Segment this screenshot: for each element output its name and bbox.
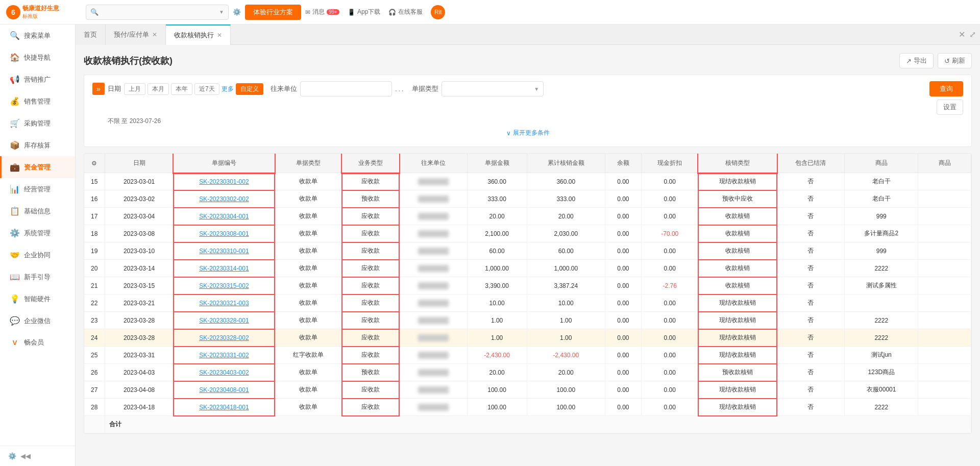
cell-goods2 bbox=[918, 242, 971, 260]
query-btn[interactable]: 查询 bbox=[929, 81, 963, 96]
export-btn[interactable]: ↗ 导出 bbox=[899, 53, 934, 68]
doc-no-link[interactable]: SK-20230315-002 bbox=[199, 282, 249, 289]
cell-doc-type: 收款单 bbox=[275, 399, 342, 416]
sidebar-item-hardware[interactable]: 💡 智能硬件 bbox=[0, 288, 75, 310]
doc-no-link[interactable]: SK-20230301-002 bbox=[199, 178, 249, 185]
doc-no-link[interactable]: SK-20230331-002 bbox=[199, 352, 249, 359]
cell-amount: -2,430.00 bbox=[467, 347, 527, 364]
doc-no-link[interactable]: SK-20230328-002 bbox=[199, 334, 249, 341]
sidebar-item-search[interactable]: 🔍 搜索菜单 bbox=[0, 24, 75, 46]
voucher-type-select[interactable]: ▼ bbox=[442, 81, 544, 96]
sidebar-item-marketing[interactable]: 📢 营销推广 bbox=[0, 68, 75, 90]
tab-payable-close[interactable]: ✕ bbox=[152, 31, 157, 38]
cell-biz-type: 应收款 bbox=[342, 347, 399, 364]
cell-counterparty bbox=[399, 364, 467, 381]
cell-biz-type: 应收款 bbox=[342, 208, 399, 225]
cell-amount: 3,390.00 bbox=[467, 277, 527, 295]
sidebar-item-finance[interactable]: 💼 资金管理 bbox=[0, 156, 75, 178]
tab-receivable[interactable]: 收款核销执行 ✕ bbox=[166, 24, 231, 45]
sidebar-item-system[interactable]: ⚙️ 系统管理 bbox=[0, 222, 75, 244]
cell-goods: 老白干 bbox=[845, 173, 918, 190]
industry-btn[interactable]: 体验行业方案 bbox=[245, 5, 301, 20]
doc-no-link[interactable]: SK-20230302-002 bbox=[199, 195, 249, 203]
sidebar-item-inventory[interactable]: 📦 库存核算 bbox=[0, 134, 75, 156]
maximize-icon[interactable]: ⤢ bbox=[969, 30, 976, 39]
refresh-btn[interactable]: ↺ 刷新 bbox=[938, 53, 972, 68]
cell-amount: 20.00 bbox=[467, 364, 527, 381]
table-row: 20 2023-03-14 SK-20230314-001 收款单 应收款 1,… bbox=[84, 260, 971, 277]
tab-payable[interactable]: 预付/应付单 ✕ bbox=[106, 24, 166, 45]
sidebar-item-enterprise[interactable]: 🤝 企业协同 bbox=[0, 244, 75, 266]
tab-receivable-close[interactable]: ✕ bbox=[217, 32, 222, 39]
cell-balance: 0.00 bbox=[605, 364, 641, 381]
doc-no-link[interactable]: SK-20230408-001 bbox=[199, 386, 249, 394]
page-title: 收款核销执行(按收款) bbox=[84, 55, 173, 67]
doc-no-link[interactable]: SK-20230321-003 bbox=[199, 300, 249, 307]
settings-icon[interactable]: ⚙ bbox=[91, 160, 97, 167]
date-btn-7days[interactable]: 近7天 bbox=[194, 83, 219, 95]
cell-offset-type: 收款核销 bbox=[698, 208, 776, 225]
cell-doc-no: SK-20230315-002 bbox=[174, 277, 274, 295]
sidebar-collapse-icon[interactable]: ◀◀ bbox=[20, 452, 31, 460]
cell-balance: 0.00 bbox=[605, 225, 641, 242]
filter-left: » 日期 上月 本月 本年 近7天 更多 自定义 往来单位 bbox=[92, 81, 921, 96]
online-service-btn[interactable]: 🎧 在线客服 bbox=[388, 8, 423, 16]
purchase-icon: 🛒 bbox=[10, 118, 20, 128]
expand-more-btn[interactable]: ∨ 展开更多条件 bbox=[92, 126, 963, 140]
date-btn-this-year[interactable]: 本年 bbox=[171, 83, 192, 95]
date-btn-custom[interactable]: 自定义 bbox=[236, 83, 263, 95]
sidebar-item-purchase[interactable]: 🛒 采购管理 bbox=[0, 112, 75, 134]
cell-date: 2023-03-21 bbox=[105, 295, 174, 312]
marketing-icon: 📢 bbox=[10, 75, 20, 84]
col-amount: 单据金额 bbox=[467, 154, 527, 173]
doc-no-link[interactable]: SK-20230304-001 bbox=[199, 213, 249, 220]
sidebar-item-quick[interactable]: 🏠 快捷导航 bbox=[0, 46, 75, 68]
doc-no-link[interactable]: SK-20230403-002 bbox=[199, 369, 249, 376]
cell-balance: 0.00 bbox=[605, 208, 641, 225]
sales-icon: 💰 bbox=[10, 96, 20, 106]
sidebar-item-member[interactable]: V 畅会员 bbox=[0, 332, 75, 353]
date-btn-this-month[interactable]: 本月 bbox=[148, 83, 169, 95]
sidebar-item-basic[interactable]: 📋 基础信息 bbox=[0, 200, 75, 222]
date-btn-last-month[interactable]: 上月 bbox=[124, 83, 145, 95]
filter-settings-btn[interactable]: 设置 bbox=[937, 100, 963, 115]
cell-doc-type: 收款单 bbox=[275, 312, 342, 329]
filter-expand-toggle[interactable]: » bbox=[92, 83, 105, 95]
close-all-tabs-icon[interactable]: ✕ bbox=[959, 30, 965, 39]
cell-counterparty bbox=[399, 312, 467, 329]
global-search-input[interactable] bbox=[101, 9, 219, 16]
sidebar-item-guide[interactable]: 📖 新手引导 bbox=[0, 266, 75, 288]
doc-no-link[interactable]: SK-20230308-001 bbox=[199, 230, 249, 237]
cell-doc-no: SK-20230304-001 bbox=[174, 208, 274, 225]
cell-include-settled: 否 bbox=[777, 225, 845, 242]
sidebar-item-sales[interactable]: 💰 销售管理 bbox=[0, 90, 75, 112]
date-more-link[interactable]: 更多 bbox=[222, 85, 234, 93]
doc-no-link[interactable]: SK-20230314-001 bbox=[199, 265, 249, 272]
sidebar-item-operation[interactable]: 📊 经营管理 bbox=[0, 178, 75, 200]
doc-no-link[interactable]: SK-20230328-001 bbox=[199, 317, 249, 324]
cell-goods2 bbox=[918, 312, 971, 329]
date-filter-label: 日期 bbox=[108, 84, 121, 93]
cell-cash-discount: 0.00 bbox=[641, 295, 698, 312]
app-download-btn[interactable]: 📱 App下载 bbox=[348, 8, 380, 16]
tab-home[interactable]: 首页 bbox=[76, 24, 106, 45]
cell-biz-type: 应收款 bbox=[342, 260, 399, 277]
total-row: 合计 bbox=[84, 416, 971, 433]
doc-no-link[interactable]: SK-20230418-001 bbox=[199, 404, 249, 411]
doc-no-link[interactable]: SK-20230310-001 bbox=[199, 248, 249, 255]
cell-amount: 20.00 bbox=[467, 208, 527, 225]
dropdown-icon[interactable]: ▼ bbox=[219, 9, 224, 15]
counterparty-input[interactable] bbox=[300, 81, 392, 96]
system-icon: ⚙️ bbox=[10, 228, 20, 238]
cell-goods2 bbox=[918, 173, 971, 190]
sidebar-settings-icon[interactable]: ⚙️ bbox=[8, 452, 16, 460]
sidebar-item-wechat[interactable]: 💬 企业微信 bbox=[0, 310, 75, 332]
user-avatar[interactable]: Rit bbox=[431, 5, 445, 19]
col-settings[interactable]: ⚙ bbox=[84, 154, 105, 173]
messages-btn[interactable]: ✉ 消息 99+ bbox=[305, 8, 339, 16]
cell-amount: 360.00 bbox=[467, 173, 527, 190]
gear-icon[interactable]: ⚙️ bbox=[233, 8, 241, 16]
cell-cum-offset: 60.00 bbox=[527, 242, 605, 260]
message-badge: 99+ bbox=[327, 9, 339, 15]
cell-counterparty bbox=[399, 242, 467, 260]
